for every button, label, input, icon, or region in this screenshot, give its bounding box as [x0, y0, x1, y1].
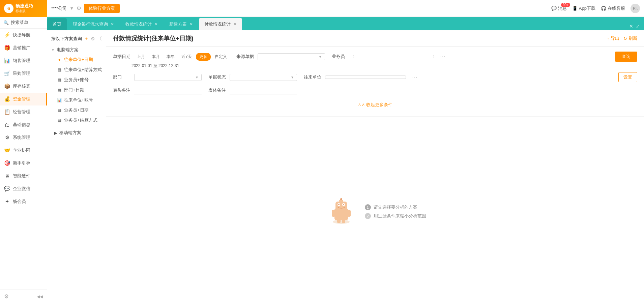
- tab-cash-flow[interactable]: 现金银行流水查询 ✕: [67, 18, 119, 30]
- tab-payment-stats[interactable]: 付款情况统计 ✕: [199, 18, 242, 30]
- empty-content: 1 请先选择要分析的方案 2 用过滤条件来缩小分析范围: [324, 193, 426, 227]
- filter-body-note-input[interactable]: [230, 86, 297, 94]
- tab-new-scheme-label: 新建方案: [169, 21, 187, 27]
- filter-doc-status-item: 单据状态 ▼: [208, 74, 297, 81]
- topbar-settings-icon[interactable]: ⚙: [77, 5, 81, 11]
- main-area: ****公司 ▼ ⚙ 体验行业方案 💬 消息 99+ 📱 App下载 🎧 在线客…: [47, 0, 644, 303]
- scheme-item-staff-settle[interactable]: ▦ 业务员+结算方式: [47, 115, 106, 125]
- export-button[interactable]: ↑ 导出: [607, 35, 620, 41]
- tabs-actions: ✕ ⤢: [629, 24, 644, 30]
- tab-receivable-label: 收款情况统计: [125, 21, 152, 27]
- filter-partner-select[interactable]: [325, 75, 406, 79]
- collapse-bar[interactable]: ∧∧ 收起更多条件: [113, 98, 637, 111]
- svg-rect-4: [337, 219, 341, 223]
- sidebar-item-inventory[interactable]: 📦 库存核算: [0, 80, 47, 93]
- filter-source-select[interactable]: ▼: [258, 53, 325, 60]
- filter-row-3: 表头备注 表体备注: [113, 86, 637, 94]
- date-opt-this-year[interactable]: 本年: [164, 53, 177, 61]
- date-opt-this-month[interactable]: 本月: [149, 53, 163, 61]
- app-download-button[interactable]: 📱 App下载: [572, 5, 595, 11]
- sidebar-item-newuser[interactable]: 🎯 新手引导: [0, 157, 47, 170]
- sidebar-item-weixin[interactable]: 💬 企业微信: [0, 182, 47, 195]
- app-download-label: App下载: [579, 5, 595, 11]
- filter-settings-action: 设置: [618, 72, 637, 82]
- online-service-button[interactable]: 🎧 在线客服: [601, 5, 625, 11]
- scheme-item-staff-date[interactable]: ▦ 业务员+日期: [47, 105, 106, 115]
- system-icon: ⚙: [4, 134, 10, 141]
- user-avatar[interactable]: Rit: [631, 4, 640, 13]
- sidebar-item-marketing[interactable]: 🎁 营销推广: [0, 41, 47, 54]
- scheme-item-unit-account[interactable]: 📊 往来单位+账号: [47, 95, 106, 105]
- tab-receivable-close[interactable]: ✕: [154, 22, 158, 27]
- tab-payment-stats-label: 付款情况统计: [204, 21, 231, 27]
- sidebar-item-basic[interactable]: 🗂 基础信息: [0, 118, 47, 131]
- filter-doc-status-label: 单据状态: [208, 74, 227, 80]
- tabs-close-all-icon[interactable]: ✕: [629, 24, 633, 29]
- tab-cash-flow-label: 现金银行流水查询: [73, 21, 108, 27]
- filter-partner-ellipsis[interactable]: ···: [411, 74, 418, 80]
- export-icon: ↑: [607, 36, 610, 41]
- sidebar-item-label: 系统管理: [13, 134, 30, 141]
- sidebar-item-quick-nav[interactable]: ⚡ 快捷导航: [0, 29, 47, 41]
- settings-footer-icon[interactable]: ⚙: [4, 293, 9, 300]
- tab-cash-flow-close[interactable]: ✕: [111, 22, 114, 27]
- date-opt-custom[interactable]: 自定义: [212, 53, 230, 61]
- query-button[interactable]: 查询: [615, 52, 637, 62]
- sidebar-item-sales[interactable]: 📊 销售管理: [0, 54, 47, 67]
- date-opt-more[interactable]: 更多: [196, 53, 211, 61]
- filter-staff-item: 业务员 ···: [332, 54, 446, 60]
- company-dropdown-icon[interactable]: ▼: [69, 6, 74, 11]
- scheme-group-mobile-arrow: ▶: [54, 130, 57, 135]
- filter-header-note-input[interactable]: [134, 86, 202, 94]
- scheme-item-dept-date[interactable]: ▦ 部门+日期: [47, 85, 106, 95]
- scheme-add-icon[interactable]: ＋: [84, 36, 89, 42]
- filter-doc-status-select[interactable]: ▼: [230, 74, 297, 81]
- logo-icon: 6: [4, 4, 13, 13]
- scheme-item-unit-date[interactable]: ● 往来单位+日期: [47, 55, 106, 65]
- sidebar-item-system[interactable]: ⚙ 系统管理: [0, 131, 47, 144]
- notifications-button[interactable]: 💬 消息 99+: [551, 5, 567, 11]
- scheme-group-pc-header[interactable]: ▼ 电脑端方案: [47, 45, 106, 55]
- sidebar-item-purchase[interactable]: 🛒 采购管理: [0, 67, 47, 80]
- settings-button[interactable]: 设置: [618, 72, 637, 82]
- tip-text-1: 请先选择要分析的方案: [374, 204, 417, 210]
- scheme-item-staff-account[interactable]: ▦ 业务员+账号: [47, 75, 106, 85]
- tip-num-1: 1: [365, 204, 371, 210]
- tab-payment-stats-close[interactable]: ✕: [233, 22, 237, 27]
- scheme-group-mobile-header[interactable]: ▶ 移动端方案: [47, 128, 106, 138]
- filter-staff-select[interactable]: [353, 55, 434, 58]
- filter-dept-select[interactable]: ▼: [134, 74, 202, 81]
- tabs-expand-icon[interactable]: ⤢: [636, 24, 640, 29]
- date-range-text: 2022-01-01 至 2022-12-31: [131, 63, 179, 68]
- sidebar-item-operation[interactable]: 📋 经营管理: [0, 105, 47, 118]
- filter-staff-ellipsis[interactable]: ···: [439, 54, 446, 60]
- scheme-item-unit-settle[interactable]: ▦ 往来单位+结算方式: [47, 65, 106, 75]
- trial-button[interactable]: 体验行业方案: [84, 4, 120, 13]
- search-menu[interactable]: 🔍 搜索菜单: [0, 17, 47, 29]
- scheme-settings-icon[interactable]: ⚙: [91, 36, 95, 41]
- sidebar-item-vip[interactable]: ✦ 畅会员: [0, 195, 47, 208]
- sidebar-item-label: 基础信息: [13, 122, 30, 128]
- date-options: 上月 本月 本年 近7天 更多 自定义: [134, 53, 230, 61]
- inventory-icon: 📦: [4, 83, 10, 89]
- scheme-item-label-staff-account: 业务员+账号: [64, 77, 89, 83]
- date-opt-last-month[interactable]: 上月: [134, 53, 148, 61]
- refresh-button[interactable]: ↻ 刷新: [623, 35, 637, 41]
- sidebar-item-finance[interactable]: 💰 资金管理: [0, 93, 47, 105]
- page-header: 付款情况统计(往来单位+日期) ↑ 导出 ↻ 刷新: [106, 30, 644, 47]
- sidebar-item-label: 资金管理: [13, 96, 30, 102]
- sidebar-item-label: 采购管理: [13, 70, 30, 77]
- tab-new-scheme[interactable]: 新建方案 ✕: [164, 18, 198, 30]
- empty-state: 1 请先选择要分析的方案 2 用过滤条件来缩小分析范围: [106, 117, 644, 303]
- tab-new-scheme-close[interactable]: ✕: [189, 22, 193, 27]
- sidebar-item-label: 畅会员: [13, 199, 26, 205]
- collapse-sidebar-icon[interactable]: ◀◀: [37, 294, 43, 299]
- sidebar-item-hardware[interactable]: 🖥 智能硬件: [0, 170, 47, 182]
- sidebar-item-enterprise[interactable]: 🤝 企业协同: [0, 144, 47, 157]
- filter-date-control: 上月 本月 本年 近7天 更多 自定义: [134, 53, 230, 61]
- date-opt-7days[interactable]: 近7天: [179, 53, 195, 61]
- topbar-left: ****公司 ▼ ⚙ 体验行业方案: [51, 4, 548, 13]
- tab-home[interactable]: 首页: [47, 18, 67, 30]
- scheme-collapse-icon[interactable]: 《: [97, 36, 102, 42]
- tab-receivable[interactable]: 收款情况统计 ✕: [120, 18, 163, 30]
